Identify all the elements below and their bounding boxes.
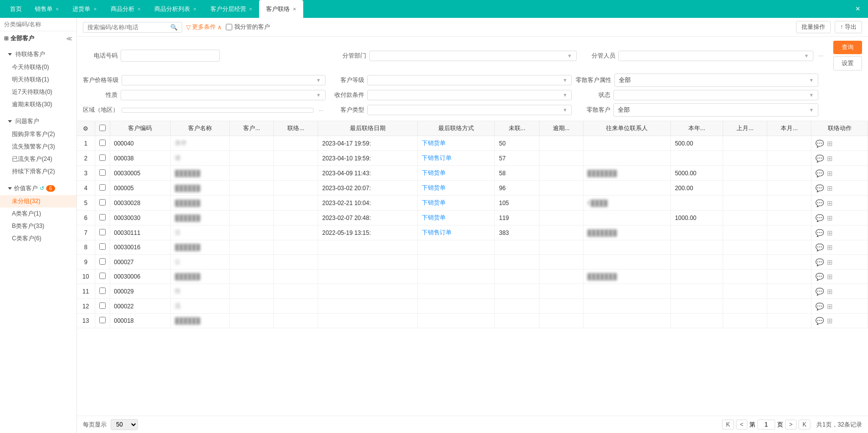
price-level-select[interactable]: ▼ <box>122 75 326 85</box>
sidebar-item-today[interactable]: 今天待联络(0) <box>0 61 76 73</box>
tab-customer-segment[interactable]: 客户分层经营× <box>203 0 259 18</box>
sidebar-item-7days[interactable]: 近7天待联络(0) <box>0 86 76 98</box>
payment-select[interactable]: ▼ <box>367 90 572 100</box>
row-checkbox[interactable] <box>95 166 110 181</box>
last-way-link[interactable]: 下销货单 <box>422 169 446 176</box>
grid-action-icon[interactable]: ⊞ <box>827 169 833 177</box>
select-all-checkbox[interactable] <box>99 125 106 131</box>
sidebar-item-tomorrow[interactable]: 明天待联络(1) <box>0 73 76 86</box>
refresh-value-icon[interactable]: ↺ <box>40 185 44 192</box>
manager-more-icon[interactable]: ··· <box>816 52 825 59</box>
last-way-link[interactable]: 下销货单 <box>422 184 446 191</box>
manager-select[interactable]: ▼ <box>618 51 813 61</box>
batch-operation-btn[interactable]: 批量操作 <box>796 21 831 33</box>
region-select[interactable] <box>122 108 314 113</box>
row-select[interactable] <box>99 273 106 279</box>
sidebar-item-churned[interactable]: 已流失客户(24) <box>0 153 76 165</box>
retail-customer-select[interactable]: 全部▼ <box>613 103 818 117</box>
close-sales-tab[interactable]: × <box>56 6 59 12</box>
prev-page-btn[interactable]: < <box>736 420 747 430</box>
search-input[interactable] <box>87 24 170 31</box>
tab-customer-contact[interactable]: 客户联络× <box>259 0 303 18</box>
close-purchase-tab[interactable]: × <box>93 6 96 12</box>
grid-action-icon[interactable]: ⊞ <box>827 288 833 295</box>
row-last-way[interactable]: 下销售订单 <box>418 151 495 166</box>
row-select[interactable] <box>99 140 106 146</box>
first-page-btn[interactable]: K <box>722 420 734 430</box>
sidebar-item-class-c[interactable]: C类客户(6) <box>0 232 76 245</box>
grid-action-icon[interactable]: ⊞ <box>827 243 833 251</box>
row-checkbox[interactable] <box>95 151 110 166</box>
sidebar-item-overdue[interactable]: 逾期未联络(30) <box>0 98 76 111</box>
message-icon[interactable]: 💬 <box>815 154 824 162</box>
sidebar-item-ungraded[interactable]: 未分组(32) <box>0 195 76 208</box>
search-icon[interactable]: 🔍 <box>170 24 178 31</box>
close-product-list-tab[interactable]: × <box>193 6 196 12</box>
page-input[interactable] <box>757 420 775 430</box>
row-checkbox[interactable] <box>95 196 110 211</box>
grid-action-icon[interactable]: ⊞ <box>827 154 833 162</box>
grid-action-icon[interactable]: ⊞ <box>827 317 833 325</box>
tab-sales[interactable]: 销售单× <box>28 0 66 18</box>
row-select[interactable] <box>99 302 106 309</box>
row-checkbox[interactable] <box>95 181 110 196</box>
row-select[interactable] <box>99 317 106 323</box>
message-icon[interactable]: 💬 <box>815 214 824 222</box>
message-icon[interactable]: 💬 <box>815 258 824 266</box>
tab-product-list[interactable]: 商品分析列表× <box>147 0 203 18</box>
row-last-way[interactable]: 下销货单 <box>418 166 495 181</box>
grid-action-icon[interactable]: ⊞ <box>827 214 833 222</box>
last-way-link[interactable]: 下销售订单 <box>422 154 452 161</box>
section-pending-header[interactable]: 待联络客户 <box>0 48 76 61</box>
my-customers-checkbox[interactable]: 我分管的客户 <box>226 23 270 31</box>
region-dots-icon[interactable]: ··· <box>317 107 326 114</box>
message-icon[interactable]: 💬 <box>815 199 824 207</box>
row-last-way[interactable]: 下销货单 <box>418 181 495 196</box>
row-select[interactable] <box>99 243 106 250</box>
message-icon[interactable]: 💬 <box>815 243 824 251</box>
row-checkbox[interactable] <box>95 284 110 299</box>
row-select[interactable] <box>99 169 106 176</box>
tab-product-analysis[interactable]: 商品分析× <box>104 0 147 18</box>
grid-action-icon[interactable]: ⊞ <box>827 302 833 310</box>
row-checkbox[interactable] <box>95 225 110 240</box>
message-icon[interactable]: 💬 <box>815 169 824 177</box>
close-all-tabs[interactable]: × <box>852 4 864 13</box>
message-icon[interactable]: 💬 <box>815 302 824 310</box>
row-last-way[interactable]: 下销货单 <box>418 136 495 151</box>
row-checkbox[interactable] <box>95 299 110 314</box>
message-icon[interactable]: 💬 <box>815 288 824 295</box>
row-select[interactable] <box>99 229 106 235</box>
last-way-link[interactable]: 下销货单 <box>422 214 446 221</box>
next-page-btn[interactable]: > <box>785 420 797 430</box>
close-segment-tab[interactable]: × <box>249 6 252 12</box>
grid-action-icon[interactable]: ⊞ <box>827 184 833 192</box>
close-product-analysis-tab[interactable]: × <box>137 6 140 12</box>
col-select-all[interactable] <box>95 121 110 136</box>
last-page-btn[interactable]: K <box>799 420 810 430</box>
row-checkbox[interactable] <box>95 270 110 284</box>
message-icon[interactable]: 💬 <box>815 317 824 325</box>
status-select[interactable]: ▼ <box>613 90 818 100</box>
row-last-way[interactable]: 下销货单 <box>418 196 495 211</box>
last-way-link[interactable]: 下销售订单 <box>422 229 452 236</box>
sidebar-item-class-b[interactable]: B类客户(33) <box>0 220 76 232</box>
page-size-select[interactable]: 50 100 <box>111 419 138 430</box>
message-icon[interactable]: 💬 <box>815 140 824 147</box>
row-select[interactable] <box>99 214 106 220</box>
sidebar-item-class-a[interactable]: A类客户(1) <box>0 208 76 220</box>
row-select[interactable] <box>99 199 106 206</box>
sidebar-search-input[interactable] <box>4 21 77 28</box>
grid-action-icon[interactable]: ⊞ <box>827 273 833 281</box>
row-last-way[interactable]: 下销售订单 <box>418 225 495 240</box>
my-customers-check[interactable] <box>226 24 232 30</box>
query-btn[interactable]: 查询 <box>833 41 862 54</box>
row-last-way[interactable]: 下销货单 <box>418 211 495 225</box>
export-btn[interactable]: ↑ 导出 <box>835 21 862 33</box>
customer-level-select[interactable]: ▼ <box>367 75 572 85</box>
message-icon[interactable]: 💬 <box>815 229 824 237</box>
section-problem-header[interactable]: 问题客户 <box>0 115 76 128</box>
grid-action-icon[interactable]: ⊞ <box>827 229 833 237</box>
row-select[interactable] <box>99 258 106 265</box>
row-checkbox[interactable] <box>95 240 110 255</box>
